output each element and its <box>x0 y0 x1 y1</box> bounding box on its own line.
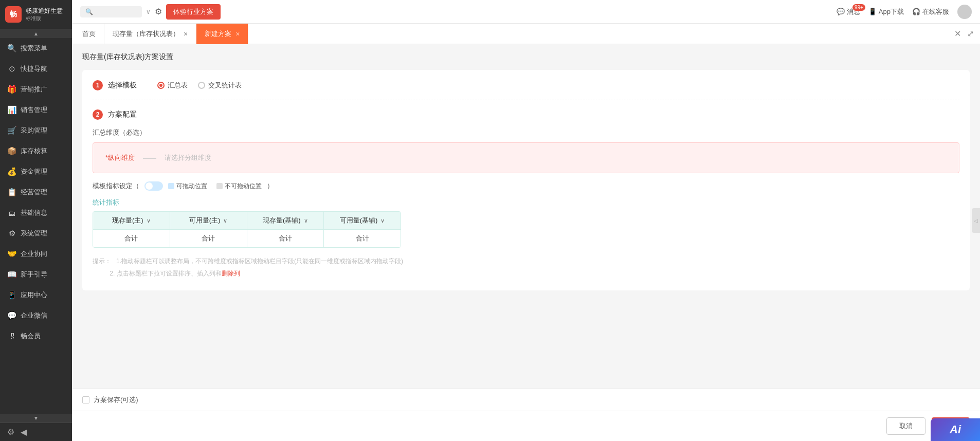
tab-new-scheme[interactable]: 新建方案 × <box>196 24 248 44</box>
tab-new-scheme-label: 新建方案 <box>205 29 231 39</box>
tips-section: 提示： 1.拖动标题栏可以调整布局，不可跨维度或指标区域拖动栏目字段(只能在同一… <box>93 256 959 279</box>
save-option-row: 方案保存(可选) <box>72 389 980 411</box>
sidebar-item-newbie[interactable]: 📖 新手引导 <box>0 264 72 285</box>
main-area: 🔍 ∨ ⚙ 体验行业方案 💬 消息 99+ 📱 App下载 🎧 在线客服 <box>72 0 980 441</box>
newbie-icon: 📖 <box>7 270 16 279</box>
member-icon: 🎖 <box>7 332 16 341</box>
draggable-toggle[interactable] <box>144 181 163 191</box>
dimension-selector[interactable]: *纵向维度 —— 请选择分组维度 <box>93 142 959 173</box>
messages-button[interactable]: 💬 消息 99+ <box>837 7 860 16</box>
right-panel-handle[interactable]: ◁ <box>972 208 980 233</box>
collapse-icon[interactable]: ◀ <box>21 427 27 437</box>
col-cell-1: 合计 <box>170 230 247 247</box>
sidebar-label-corp: 企业协同 <box>21 249 47 259</box>
col-header-label-2: 现存量(基辅) <box>263 216 301 225</box>
col-header-0[interactable]: 现存量(主) ∨ <box>93 212 170 229</box>
expand-icon[interactable]: ⤢ <box>967 29 974 39</box>
online-service-button[interactable]: 🎧 在线客服 <box>912 7 949 16</box>
logo-icon: 畅 <box>5 6 22 23</box>
radio-cross[interactable]: 交叉统计表 <box>198 81 242 90</box>
user-avatar[interactable] <box>957 5 972 19</box>
sidebar-label-purchase: 采购管理 <box>21 126 47 135</box>
shortcut-icon: ⊙ <box>7 64 16 74</box>
dropdown-chevron-icon[interactable]: ∨ <box>146 8 151 15</box>
sidebar-scroll-up[interactable]: ▲ <box>0 29 72 38</box>
sidebar-label-inventory: 库存核算 <box>21 146 47 156</box>
sidebar-item-finance[interactable]: 💰 资金管理 <box>0 161 72 182</box>
page-title: 现存量(库存状况表)方案设置 <box>82 52 970 62</box>
trial-button[interactable]: 体验行业方案 <box>166 4 221 20</box>
sidebar-item-shortcut[interactable]: ⊙ 快捷导航 <box>0 59 72 79</box>
sidebar-label-search: 搜索菜单 <box>21 44 47 53</box>
save-checkbox[interactable] <box>82 396 89 403</box>
tab-inventory[interactable]: 现存量（库存状况表） × <box>104 24 196 44</box>
tab-new-scheme-close-icon[interactable]: × <box>235 30 240 38</box>
close-window-icon[interactable]: ✕ <box>954 29 961 39</box>
window-controls: ✕ ⤢ <box>954 29 980 39</box>
tab-home[interactable]: 首页 <box>72 24 104 44</box>
sidebar-scroll-down[interactable]: ▼ <box>0 414 72 422</box>
sidebar-item-apps[interactable]: 📱 应用中心 <box>0 285 72 305</box>
top-search-box[interactable]: 🔍 <box>80 6 142 17</box>
cancel-button[interactable]: 取消 <box>886 417 925 435</box>
template-radio-group: 汇总表 交叉统计表 <box>157 81 242 90</box>
footer-bar: 取消 查询 <box>72 411 980 441</box>
app-name: 畅康通好生意 <box>26 7 63 15</box>
stats-label: 统计指标 <box>93 198 959 207</box>
finance-icon: 💰 <box>7 167 16 176</box>
sidebar-item-inventory[interactable]: 📦 库存核算 <box>0 141 72 161</box>
col-header-2[interactable]: 现存量(基辅) ∨ <box>247 212 324 229</box>
sidebar-label-shortcut: 快捷导航 <box>21 64 47 74</box>
radio-summary-label: 汇总表 <box>168 81 188 90</box>
step1-title: 选择模板 <box>108 81 137 90</box>
sidebar-label-member: 畅会员 <box>21 332 41 341</box>
sidebar-item-basic-info[interactable]: 🗂 基础信息 <box>0 203 72 223</box>
stats-table-body: 合计 合计 合计 合计 <box>93 229 401 247</box>
sidebar-item-purchase[interactable]: 🛒 采购管理 <box>0 120 72 141</box>
wechat-icon: 💬 <box>7 311 16 320</box>
sidebar-item-sales[interactable]: 📊 销售管理 <box>0 100 72 120</box>
dimension-placeholder: 请选择分组维度 <box>165 153 211 162</box>
sidebar-item-wechat[interactable]: 💬 企业微信 <box>0 305 72 326</box>
ai-badge[interactable]: Ai <box>931 418 980 441</box>
col-chevron-2[interactable]: ∨ <box>304 217 308 224</box>
col-chevron-1[interactable]: ∨ <box>223 217 227 224</box>
tab-home-label: 首页 <box>82 29 96 39</box>
legend-draggable-label: 可拖动位置 <box>168 182 207 191</box>
tip-1: 提示： 1.拖动标题栏可以调整布局，不可跨维度或指标区域拖动栏目字段(只能在同一… <box>93 256 959 267</box>
sidebar-item-operations[interactable]: 📋 经营管理 <box>0 182 72 203</box>
fixed-text: 不可拖动位置 <box>225 182 262 191</box>
radio-cross-circle <box>198 82 205 89</box>
app-download-button[interactable]: 📱 App下载 <box>868 7 904 16</box>
col-chevron-3[interactable]: ∨ <box>380 217 385 224</box>
dimension-dash: —— <box>143 154 156 162</box>
app-logo: 畅 畅康通好生意 标准版 <box>0 0 72 29</box>
system-icon: ⚙ <box>7 229 16 238</box>
col-chevron-0[interactable]: ∨ <box>147 217 151 224</box>
tab-inventory-close-icon[interactable]: × <box>184 30 188 38</box>
radio-summary[interactable]: 汇总表 <box>157 81 188 90</box>
app-download-label: App下载 <box>879 7 904 16</box>
sidebar-label-system: 系统管理 <box>21 229 47 238</box>
operations-icon: 📋 <box>7 188 16 197</box>
sidebar-item-corp[interactable]: 🤝 企业协同 <box>0 244 72 264</box>
search-icon: 🔍 <box>85 8 93 15</box>
sidebar-item-search[interactable]: 🔍 搜索菜单 <box>0 38 72 59</box>
fixed-dot <box>216 183 223 189</box>
message-badge: 99+ <box>852 4 865 11</box>
basic-info-icon: 🗂 <box>7 208 16 217</box>
sidebar-item-system[interactable]: ⚙ 系统管理 <box>0 223 72 244</box>
sidebar-label-apps: 应用中心 <box>21 290 47 300</box>
tab-bar: 首页 现存量（库存状况表） × 新建方案 × ✕ ⤢ <box>72 24 980 44</box>
settings-icon[interactable]: ⚙ <box>7 427 14 437</box>
gear-icon[interactable]: ⚙ <box>155 7 162 16</box>
sidebar-item-member[interactable]: 🎖 畅会员 <box>0 326 72 346</box>
col-header-3[interactable]: 可用量(基辅) ∨ <box>324 212 401 229</box>
col-header-1[interactable]: 可用量(主) ∨ <box>170 212 247 229</box>
sidebar-item-marketing[interactable]: 🎁 营销推广 <box>0 79 72 100</box>
dimension-section-label: 汇总维度（必选） <box>93 128 959 137</box>
indicator-settings-label: 模板指标设定（ <box>93 181 139 191</box>
draggable-text: 可拖动位置 <box>176 182 207 191</box>
sidebar-label-basic-info: 基础信息 <box>21 208 47 217</box>
search-nav-icon: 🔍 <box>7 44 16 53</box>
